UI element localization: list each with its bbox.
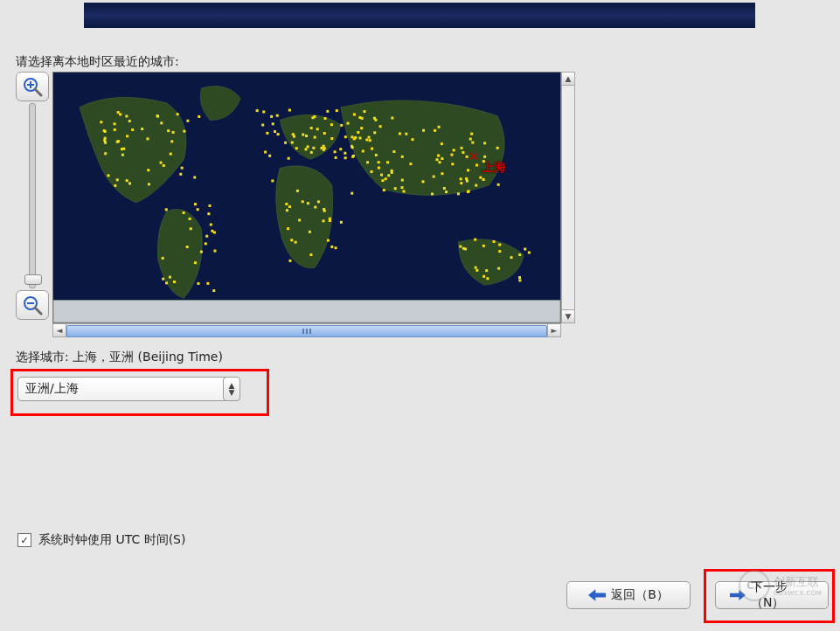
svg-rect-119 xyxy=(351,156,354,158)
svg-rect-154 xyxy=(121,148,123,150)
zoom-out-button[interactable] xyxy=(16,290,49,320)
svg-rect-193 xyxy=(323,219,325,222)
timezone-combobox-spinner[interactable]: ▲ ▼ xyxy=(223,377,240,401)
svg-rect-126 xyxy=(401,156,404,158)
svg-rect-118 xyxy=(483,142,486,144)
svg-rect-63 xyxy=(284,142,287,144)
svg-rect-215 xyxy=(474,239,476,241)
svg-rect-248 xyxy=(457,192,460,195)
svg-rect-125 xyxy=(344,135,347,138)
svg-rect-39 xyxy=(323,147,326,149)
svg-rect-165 xyxy=(186,246,189,248)
svg-rect-206 xyxy=(290,239,293,241)
timezone-combobox[interactable]: 亚洲/上海 xyxy=(17,377,240,401)
svg-rect-168 xyxy=(206,282,209,285)
svg-rect-99 xyxy=(470,133,473,135)
map-horizontal-scrollbar[interactable]: ◄ ► xyxy=(52,323,561,337)
svg-rect-211 xyxy=(271,179,274,182)
svg-rect-105 xyxy=(465,177,468,180)
scroll-right-arrow-icon[interactable]: ► xyxy=(547,324,560,336)
svg-rect-82 xyxy=(381,179,384,182)
svg-rect-51 xyxy=(347,122,350,125)
zoom-in-button[interactable] xyxy=(16,72,49,101)
svg-rect-253 xyxy=(104,130,107,133)
svg-rect-149 xyxy=(181,167,184,170)
svg-rect-134 xyxy=(172,131,175,134)
svg-rect-189 xyxy=(302,200,304,203)
svg-rect-27 xyxy=(295,147,298,149)
svg-rect-52 xyxy=(305,135,308,137)
svg-rect-10 xyxy=(371,148,373,150)
svg-rect-8 xyxy=(53,300,560,322)
svg-rect-81 xyxy=(451,163,454,165)
svg-rect-222 xyxy=(486,277,489,280)
chevron-down-icon: ▼ xyxy=(229,389,235,396)
horizontal-scroll-thumb[interactable] xyxy=(66,325,547,337)
zoom-controls xyxy=(16,72,49,320)
svg-rect-252 xyxy=(116,141,119,143)
svg-rect-232 xyxy=(497,267,500,270)
svg-rect-220 xyxy=(459,246,462,248)
back-button[interactable]: 返回（B） xyxy=(566,581,691,609)
next-button[interactable]: 下一步（N） xyxy=(715,581,829,609)
svg-rect-37 xyxy=(293,135,295,138)
svg-rect-77 xyxy=(344,152,346,155)
utc-checkbox[interactable]: ✓ xyxy=(17,533,31,547)
svg-rect-202 xyxy=(335,246,337,249)
svg-rect-214 xyxy=(482,275,485,278)
svg-rect-182 xyxy=(189,218,191,220)
svg-rect-245 xyxy=(497,184,500,186)
zoom-in-icon xyxy=(22,76,43,97)
timezone-map[interactable]: ✕ 上海 xyxy=(52,72,561,323)
zoom-slider-thumb[interactable] xyxy=(24,274,42,285)
svg-rect-249 xyxy=(126,135,128,137)
svg-rect-236 xyxy=(450,154,453,156)
zoom-slider-track[interactable] xyxy=(29,103,36,288)
svg-rect-208 xyxy=(285,203,288,205)
svg-rect-96 xyxy=(366,161,369,163)
arrow-left-icon xyxy=(588,589,606,601)
svg-rect-242 xyxy=(467,169,469,171)
svg-rect-243 xyxy=(483,156,486,158)
svg-rect-257 xyxy=(156,114,159,117)
svg-rect-47 xyxy=(261,123,264,126)
scroll-down-arrow-icon[interactable]: ▼ xyxy=(562,309,574,322)
svg-rect-61 xyxy=(323,132,326,135)
svg-rect-235 xyxy=(433,175,435,177)
scroll-left-arrow-icon[interactable]: ◄ xyxy=(53,324,66,336)
svg-rect-70 xyxy=(441,142,443,145)
svg-rect-241 xyxy=(431,192,434,195)
svg-rect-33 xyxy=(305,148,308,150)
scroll-up-arrow-icon[interactable]: ▲ xyxy=(562,73,574,86)
svg-rect-203 xyxy=(298,218,301,221)
svg-rect-197 xyxy=(288,205,291,208)
svg-rect-229 xyxy=(524,247,526,250)
svg-rect-216 xyxy=(493,240,496,243)
svg-rect-42 xyxy=(330,137,333,140)
timezone-combobox-value: 亚洲/上海 xyxy=(25,381,79,397)
svg-rect-48 xyxy=(302,134,304,136)
svg-rect-158 xyxy=(126,179,128,182)
svg-rect-212 xyxy=(296,190,299,192)
svg-rect-91 xyxy=(466,180,469,183)
svg-rect-185 xyxy=(165,281,168,284)
svg-rect-23 xyxy=(307,145,309,148)
svg-rect-190 xyxy=(286,209,288,211)
svg-rect-100 xyxy=(380,174,383,177)
svg-rect-107 xyxy=(401,186,404,189)
utc-checkbox-row: ✓ 系统时钟使用 UTC 时间(S) xyxy=(17,532,185,548)
svg-rect-233 xyxy=(518,253,521,256)
svg-rect-251 xyxy=(100,121,102,123)
svg-rect-209 xyxy=(329,219,331,222)
svg-rect-12 xyxy=(326,110,329,113)
svg-rect-117 xyxy=(437,155,440,157)
svg-line-5 xyxy=(35,308,41,314)
zoom-out-icon xyxy=(22,295,43,316)
svg-rect-199 xyxy=(323,210,326,212)
svg-rect-183 xyxy=(200,251,203,253)
svg-rect-137 xyxy=(148,183,150,185)
svg-rect-122 xyxy=(479,177,482,179)
svg-rect-80 xyxy=(387,174,390,177)
selected-city-label: 选择城市: 上海，亚洲 (Beijing Time) xyxy=(16,350,223,365)
map-vertical-scrollbar[interactable]: ▲ ▼ xyxy=(561,72,575,323)
